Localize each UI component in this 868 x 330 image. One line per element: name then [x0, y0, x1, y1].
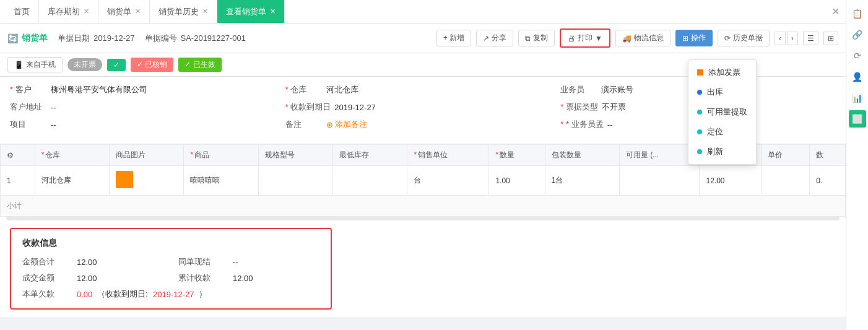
- row-extra: 0.: [810, 166, 846, 196]
- tab-close-view-sales-order[interactable]: ✕: [270, 7, 276, 15]
- total-value: 12.00: [77, 258, 97, 267]
- sidebar-expand-icon[interactable]: ⬜: [849, 110, 866, 128]
- dropdown-locate[interactable]: 定位: [688, 122, 756, 142]
- col-qty: *数量: [489, 145, 545, 166]
- dropdown-outbound[interactable]: 出库: [688, 82, 756, 102]
- payment-grid: 金额合计 12.00 同单现结 -- 成交金额 12.00 累计收款 12.00…: [22, 256, 319, 300]
- add-note-button[interactable]: ⊕ 添加备注: [326, 119, 367, 130]
- nav-arrows: ‹ ›: [775, 32, 798, 45]
- doc-meta: 单据日期 2019-12-27 单据编号 SA-20191227-001: [58, 33, 427, 44]
- ticket-label: 票据类型: [560, 102, 598, 113]
- phone-icon: 📱: [14, 61, 24, 69]
- gear-icon[interactable]: ⚙: [7, 151, 14, 160]
- grid-icon: ⊞: [682, 34, 688, 43]
- print-button[interactable]: 🖨 打印 ▼: [562, 30, 609, 46]
- settle-value: --: [233, 258, 238, 267]
- tab-view-sales-order[interactable]: 查看销货单 ✕: [217, 0, 285, 23]
- operate-dropdown: 添加发票 出库 可用量提取 定位 刷新: [688, 59, 757, 165]
- sidebar-doc-icon[interactable]: 📋: [849, 5, 866, 22]
- settle-label: 同单现结: [178, 256, 228, 267]
- row-warehouse: 河北仓库: [35, 166, 109, 196]
- col-product: *商品: [184, 145, 258, 166]
- address-field: 客户地址 --: [10, 102, 285, 113]
- col-spec: 规格型号: [258, 145, 332, 166]
- from-phone-button[interactable]: 📱 来自手机: [7, 57, 63, 72]
- print-button-highlight: 🖨 打印 ▼: [560, 28, 610, 48]
- dropdown-available-extract[interactable]: 可用量提取: [688, 102, 756, 122]
- tab-sales-order[interactable]: 销货单 ✕: [98, 0, 150, 23]
- payment-date-field: 收款到期日 2019-12-27: [285, 102, 561, 113]
- project-value: --: [51, 120, 56, 129]
- copy-icon: ⧉: [525, 34, 531, 43]
- grid-view-button[interactable]: ⊞: [823, 32, 838, 45]
- doc-title-text: 销货单: [22, 33, 48, 44]
- deal-value: 12.00: [77, 274, 97, 283]
- col-min-stock: 最低库存: [333, 145, 407, 166]
- doc-actions: + 新增 ↗ 分享 ⧉ 复制 🖨 打印 ▼ 🚚 物流信息 ⊞: [436, 28, 838, 48]
- project-label: 项目: [10, 119, 47, 130]
- sold-button[interactable]: ✓ 已核销: [131, 58, 173, 72]
- warehouse-value: 河北仓库: [326, 84, 358, 95]
- warehouse-label: 仓库: [285, 84, 323, 95]
- window-close-icon[interactable]: ✕: [831, 6, 840, 17]
- effective-button[interactable]: ✓ 已生效: [178, 58, 221, 72]
- dropdown-refresh[interactable]: 刷新: [688, 142, 756, 162]
- col-gear[interactable]: ⚙: [1, 145, 35, 166]
- tab-sales-history[interactable]: 销货单历史 ✕: [150, 0, 217, 23]
- payment-info: 收款信息 金额合计 12.00 同单现结 -- 成交金额 12.00 累计收款 …: [10, 228, 332, 310]
- tab-close-sales-order[interactable]: ✕: [135, 7, 141, 15]
- address-label: 客户地址: [10, 102, 47, 113]
- row-product: 嘻嘻嘻嘻: [184, 166, 258, 196]
- total-row: 金额合计 12.00: [22, 256, 163, 267]
- col-price: 单价: [761, 145, 809, 166]
- right-sidebar: 📋 🔗 ⟳ 👤 📊 ⬜: [846, 0, 868, 317]
- refresh-icon: [697, 149, 702, 154]
- sidebar-refresh-icon[interactable]: ⟳: [849, 47, 866, 64]
- subtotal-label: 小计: [1, 196, 846, 217]
- customer-label: 客户: [10, 84, 47, 95]
- product-image: [116, 171, 133, 188]
- extract-icon: [697, 110, 702, 115]
- arrears-date: 2019-12-27: [153, 290, 194, 299]
- cumulative-value: 12.00: [233, 274, 253, 283]
- cumulative-row: 累计收款 12.00: [178, 272, 319, 284]
- list-view-button[interactable]: ☰: [803, 32, 818, 45]
- sidebar-link-icon[interactable]: 🔗: [849, 26, 866, 43]
- tab-close-sales-history[interactable]: ✕: [202, 7, 208, 15]
- confirm-button[interactable]: ✓: [107, 59, 126, 71]
- payment-date-label: 收款到期日: [285, 102, 331, 113]
- row-pack-qty: 1台: [545, 166, 619, 196]
- tab-inventory-init[interactable]: 库存期初 ✕: [39, 0, 98, 23]
- row-min-stock: [333, 166, 407, 196]
- arrears-value: 0.00: [77, 290, 92, 299]
- sidebar-user-icon[interactable]: 👤: [849, 68, 866, 85]
- invoice-icon: [697, 69, 703, 76]
- next-button[interactable]: ›: [787, 32, 798, 45]
- copy-button[interactable]: ⧉ 复制: [518, 30, 555, 46]
- tab-bar: 首页 库存期初 ✕ 销货单 ✕ 销货单历史 ✕ 查看销货单 ✕ ✕: [0, 0, 846, 24]
- payment-date-value: 2019-12-27: [334, 103, 376, 112]
- check-effective-icon: ✓: [184, 60, 191, 69]
- project-field: 项目 --: [10, 119, 285, 130]
- print-icon: 🖨: [568, 34, 575, 43]
- sidebar-chart-icon[interactable]: 📊: [849, 89, 866, 106]
- logistics-button[interactable]: 🚚 物流信息: [615, 30, 671, 46]
- share-button[interactable]: ↗ 分享: [476, 30, 513, 46]
- customer-field: 客户 柳州粤港平安气体有限公司: [10, 84, 285, 95]
- locate-icon: [697, 129, 702, 134]
- operate-button[interactable]: ⊞ 操作: [675, 30, 713, 46]
- arrears-note: （收款到期日:: [97, 289, 148, 300]
- tab-close-inventory-init[interactable]: ✕: [84, 7, 89, 15]
- prev-button[interactable]: ‹: [775, 32, 786, 45]
- row-img: [110, 166, 184, 196]
- row-qty: 1.00: [489, 166, 545, 196]
- dropdown-add-invoice[interactable]: 添加发票: [688, 63, 756, 82]
- not-open-button[interactable]: 未开票: [67, 58, 102, 71]
- col-warehouse: *仓库: [35, 145, 109, 166]
- cumulative-label: 累计收款: [178, 272, 228, 284]
- new-button[interactable]: + 新增: [436, 30, 471, 46]
- tab-home[interactable]: 首页: [5, 0, 39, 23]
- bottom-panel: 收款信息 金额合计 12.00 同单现结 -- 成交金额 12.00 累计收款 …: [0, 220, 846, 317]
- warehouse-field: 仓库 河北仓库: [285, 84, 561, 95]
- history-button[interactable]: ⟳ 历史单据: [718, 30, 770, 46]
